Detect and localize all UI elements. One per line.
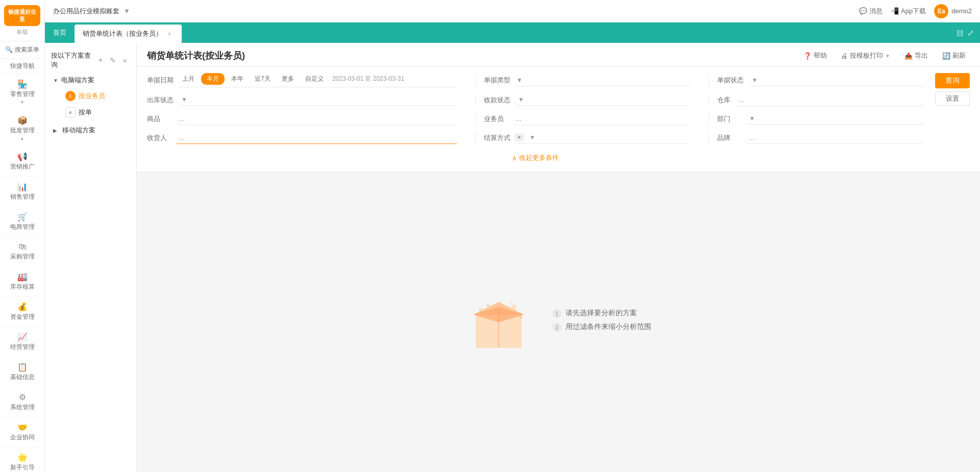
warehouse-control[interactable]: ... xyxy=(737,93,924,106)
doc-type-control[interactable]: ▼ xyxy=(514,75,691,86)
tab-close-btn[interactable]: × xyxy=(165,30,174,38)
date-btn-custom[interactable]: 自定义 xyxy=(301,73,328,85)
empty-text-content: 1 请先选择要分析的方案 2 用过滤条件来缩小分析范围 xyxy=(552,309,651,336)
warehouse-ellipsis[interactable]: ... xyxy=(739,96,745,104)
consignee-control[interactable]: ... xyxy=(177,131,457,144)
goods-label: 商品 xyxy=(147,114,173,124)
app-download-btn[interactable]: 📲 App下载 xyxy=(891,7,926,16)
quick-nav[interactable]: 快捷导航 xyxy=(0,59,44,74)
doc-status-arrow[interactable]: ▼ xyxy=(751,77,757,84)
date-btn-last-month[interactable]: 上月 xyxy=(178,73,199,85)
date-btn-current-year[interactable]: 本年 xyxy=(227,73,248,85)
doc-type-arrow[interactable]: ▼ xyxy=(517,77,523,84)
divider-3 xyxy=(475,95,476,105)
goods-control[interactable]: ... xyxy=(177,112,457,125)
refresh-label: 刷新 xyxy=(952,51,966,60)
sidebar-item-marketing[interactable]: 📢 营销推广 xyxy=(0,147,44,177)
filter-row-2: 出库状态 ▼ 收款状态 ▼ xyxy=(147,93,924,106)
divider-8 xyxy=(708,133,709,143)
user-info[interactable]: Ea demo2 xyxy=(934,4,972,18)
collapse-panel-btn[interactable]: « xyxy=(120,55,130,65)
date-btn-current-month[interactable]: 本月 xyxy=(201,73,225,85)
collapse-filter-btn[interactable]: ∧ 收起更多条件 xyxy=(147,150,924,166)
doc-type-filter: 单据类型 ▼ xyxy=(484,75,701,86)
tab-expand-btn[interactable]: ⤢ xyxy=(967,28,974,38)
home-tab-label: 首页 xyxy=(53,28,66,37)
tree-child-by-order[interactable]: ≡ 按单 xyxy=(57,104,136,121)
topbar-right: 💬 消息 📲 App下载 Ea demo2 xyxy=(859,4,972,18)
by-order-icon: ≡ xyxy=(65,107,76,117)
logo-text: 畅捷通好生意 xyxy=(7,8,37,23)
refresh-btn[interactable]: 🔄 刷新 xyxy=(938,49,970,62)
inventory-icon: 🏭 xyxy=(17,272,28,281)
tab-pin-btn[interactable]: ⊟ xyxy=(957,28,963,38)
sidebar-item-purchase[interactable]: 🛍 采购管理 xyxy=(0,237,44,267)
sidebar-item-finance[interactable]: 💰 资金管理 xyxy=(0,297,44,327)
sidebar-item-ecommerce[interactable]: 🛒 电商管理 xyxy=(0,207,44,237)
brand-control[interactable]: ... xyxy=(747,131,924,144)
sidebar-item-sales[interactable]: 📊 销售管理 xyxy=(0,177,44,207)
empty-state-content: ↑ ✦ 1 请先选择要分析的方案 2 用过滤条件来缩小分析范围 xyxy=(465,292,651,353)
filter-row-3: 商品 ... 业务员 ... xyxy=(147,112,924,125)
settlement-arrow[interactable]: ▼ xyxy=(529,134,535,141)
tab-sales-stats[interactable]: 销货单统计表（按业务员） × xyxy=(75,25,182,43)
sidebar-item-inventory[interactable]: 🏭 库存核算 xyxy=(0,267,44,297)
edit-scheme-btn[interactable]: ✎ xyxy=(108,55,118,65)
consignee-ellipsis[interactable]: ... xyxy=(179,133,185,141)
empty-step-2: 2 用过滤条件来缩小分析范围 xyxy=(552,322,651,332)
message-btn[interactable]: 💬 消息 xyxy=(859,7,883,16)
sidebar-item-system[interactable]: ⚙ 系统管理 xyxy=(0,387,44,417)
topbar: 办公用品行业模拟账套 ▼ 💬 消息 📲 App下载 Ea demo2 xyxy=(45,0,980,22)
sidebar-item-newbie[interactable]: 🌟 新手引导 xyxy=(0,447,44,472)
logo-box: 畅捷通好生意 xyxy=(4,5,40,26)
department-arrow[interactable]: ▼ xyxy=(749,115,755,122)
print-btn[interactable]: 🖨 按模板打印 ▼ xyxy=(837,49,894,62)
current-tab-label: 销货单统计表（按业务员） xyxy=(83,29,162,38)
receipt-status-arrow[interactable]: ▼ xyxy=(518,96,524,103)
goods-ellipsis[interactable]: ... xyxy=(179,114,185,123)
tabbar-right: ⊟ ⤢ xyxy=(957,28,980,38)
add-scheme-btn[interactable]: + xyxy=(95,55,106,65)
salesperson-ellipsis[interactable]: ... xyxy=(516,114,522,123)
sidebar-item-basic[interactable]: 📋 基础信息 xyxy=(0,357,44,387)
app-download-label: App下载 xyxy=(901,7,926,16)
department-control[interactable]: ▼ xyxy=(747,113,924,125)
box-svg: ↑ ✦ xyxy=(465,292,532,353)
out-status-control[interactable]: ▼ xyxy=(179,94,457,106)
date-btn-more[interactable]: 更多 xyxy=(277,73,299,85)
settings-button[interactable]: 设置 xyxy=(935,91,970,106)
search-icon: 🔍 xyxy=(5,46,13,53)
tree-item-mobile[interactable]: ▶ 移动端方案 xyxy=(45,123,136,138)
search-menu[interactable]: 🔍 搜索菜单 xyxy=(0,41,44,59)
query-button[interactable]: 查询 xyxy=(935,73,970,88)
sidebar-item-retail[interactable]: 🏪 零售管理 ▼ xyxy=(0,74,44,110)
salesperson-control[interactable]: ... xyxy=(513,112,691,125)
wholesale-arrow: ▲ xyxy=(20,136,24,141)
newbie-icon: 🌟 xyxy=(17,453,28,462)
doc-status-filter: 单据状态 ▼ xyxy=(717,75,924,86)
sidebar-item-enterprise[interactable]: 🤝 企业协同 xyxy=(0,417,44,447)
receipt-status-control[interactable]: ▼ xyxy=(516,94,691,106)
logo-area: 畅捷通好生意 标版 xyxy=(0,0,44,41)
svg-text:↑: ↑ xyxy=(509,299,512,306)
date-btn-7days[interactable]: 近7天 xyxy=(250,73,275,85)
out-status-arrow[interactable]: ▼ xyxy=(181,96,187,103)
avatar: Ea xyxy=(934,4,948,18)
collapse-label: 收起更多条件 xyxy=(519,153,559,162)
sidebar-item-operation[interactable]: 📈 经营管理 xyxy=(0,327,44,357)
app-selector-arrow[interactable]: ▼ xyxy=(124,7,130,15)
doc-status-control[interactable]: ▼ xyxy=(749,75,924,86)
settlement-tag-close[interactable]: × xyxy=(518,134,521,141)
tree-item-pc[interactable]: ▼ 电脑端方案 xyxy=(45,73,136,88)
settlement-control[interactable]: × ▼ xyxy=(514,131,691,144)
help-btn[interactable]: ❓ 帮助 xyxy=(799,49,831,62)
ecommerce-label: 电商管理 xyxy=(10,223,35,231)
brand-label: 品牌 xyxy=(717,133,743,143)
brand-ellipsis[interactable]: ... xyxy=(749,133,755,141)
tabbar: 首页 销货单统计表（按业务员） × ⊟ ⤢ xyxy=(45,22,980,43)
topbar-left: 办公用品行业模拟账套 ▼ xyxy=(53,7,130,16)
tab-home[interactable]: 首页 xyxy=(45,22,75,43)
export-btn[interactable]: 📤 导出 xyxy=(900,49,932,62)
tree-child-salesperson[interactable]: 人 按业务员 xyxy=(57,88,136,104)
sidebar-item-wholesale[interactable]: 📦 批发管理 ▲ xyxy=(0,110,44,147)
